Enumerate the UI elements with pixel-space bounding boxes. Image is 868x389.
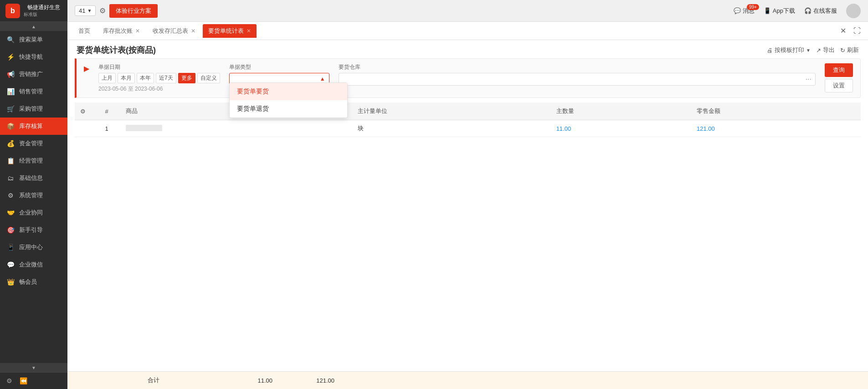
sidebar-scroll-up[interactable]: ▲ (0, 22, 67, 31)
filter-date-item: 单据日期 上月 本月 本年 近7天 更多 自定义 2023-05-06 至 20… (98, 63, 220, 93)
print-icon: 🖨 (767, 47, 773, 54)
print-label: 按模板打印 (775, 46, 804, 54)
col-quantity-header: 主数量 (551, 102, 691, 120)
dropdown-item-return[interactable]: 要货单退货 (230, 100, 347, 118)
operations-icon: 📋 (6, 157, 15, 165)
tab-batch-close-icon[interactable]: ✕ (135, 28, 140, 34)
sidebar-item-label: 新手引导 (19, 226, 43, 234)
app-download-btn[interactable]: 📱 App下载 (764, 7, 795, 15)
wechat-icon: 💬 (6, 261, 15, 269)
quick-nav-icon: ⚡ (6, 53, 15, 61)
filter-warehouse-field[interactable] (343, 76, 806, 83)
tabs-bar: 首页 库存批次账 ✕ 收发存汇总表 ✕ 要货单统计表 ✕ ✕ ⛶ (67, 22, 868, 40)
search-icon: 🔍 (6, 36, 15, 44)
row-product-cell (120, 120, 352, 137)
industry-btn[interactable]: 体验行业方案 (109, 4, 158, 18)
row-quantity-cell[interactable]: 11.00 (551, 120, 691, 137)
sidebar-item-app-center[interactable]: 📱 应用中心 (0, 239, 67, 256)
tabs-maximize-icon[interactable]: ⛶ (852, 26, 863, 36)
tab-order-stats-close-icon[interactable]: ✕ (247, 28, 251, 34)
purchase-icon: 🛒 (6, 105, 15, 113)
row-amount-cell[interactable]: 121.00 (691, 120, 861, 137)
page-actions: 🖨 按模板打印 ▼ ↗ 导出 ↻ 刷新 (767, 46, 859, 54)
sidebar-scroll-down[interactable]: ▼ (0, 363, 67, 372)
basic-info-icon: 🗂 (6, 174, 15, 182)
sidebar-item-inventory[interactable]: 📦 库存核算 (0, 118, 67, 135)
tab-home[interactable]: 首页 (73, 24, 96, 38)
sidebar-item-system[interactable]: ⚙ 系统管理 (0, 187, 67, 204)
message-icon: 💬 (734, 7, 741, 14)
sales-icon: 📊 (6, 87, 15, 96)
filter-warehouse-label: 要货仓库 (339, 63, 816, 71)
sidebar-item-label: 营销推广 (19, 70, 43, 78)
finance-icon: 💰 (6, 139, 15, 148)
filter-type-chevron-icon: ▲ (320, 76, 325, 82)
sidebar-item-marketing[interactable]: 📢 营销推广 (0, 66, 67, 83)
col-amount-header: 零售金额 (691, 102, 861, 120)
sidebar-item-purchase[interactable]: 🛒 采购管理 (0, 100, 67, 118)
export-btn[interactable]: ↗ 导出 (816, 46, 835, 54)
sidebar-item-quick-nav[interactable]: ⚡ 快捷导航 (0, 48, 67, 66)
app-name: 畅捷通好生意 (27, 4, 60, 11)
sidebar: b 畅捷通好生意 标准版 ▲ 🔍 搜索菜单 ⚡ 快捷导航 📢 营销推广 📊 销售… (0, 0, 67, 389)
sidebar-item-label: 企业协同 (19, 209, 43, 217)
row-settings-cell (75, 120, 93, 137)
settings-icon[interactable]: ⚙ (6, 377, 12, 384)
sidebar-item-operations[interactable]: 📋 经营管理 (0, 152, 67, 169)
sidebar-item-membership[interactable]: 👑 畅会员 (0, 273, 67, 291)
topbar-gear-icon[interactable]: ⚙ (99, 6, 106, 15)
collapse-icon[interactable]: ⏪ (20, 377, 27, 384)
sidebar-item-beginner[interactable]: 🎯 新手引导 (0, 221, 67, 239)
company-dropdown[interactable]: 41 ▼ (75, 5, 96, 16)
date-btn-more[interactable]: 更多 (178, 73, 195, 83)
page-title: 要货单统计表(按商品) (77, 45, 156, 56)
phone-icon: 📱 (764, 7, 771, 14)
footer-amount: 121.00 (280, 377, 334, 384)
sidebar-item-search[interactable]: 🔍 搜索菜单 (0, 31, 67, 48)
page-header: 要货单统计表(按商品) 🖨 按模板打印 ▼ ↗ 导出 ↻ 刷新 (67, 40, 868, 58)
tab-order-stats[interactable]: 要货单统计表 ✕ (203, 24, 257, 38)
sidebar-item-label: 系统管理 (19, 191, 43, 200)
col-unit-header: 主计量单位 (352, 102, 551, 120)
sidebar-item-label: 销售管理 (19, 87, 43, 96)
data-table: ⚙ # 商品 主计量单位 主数量 零售金额 1 (75, 102, 861, 137)
app-download-label: App下载 (773, 7, 795, 15)
tab-batch-label: 库存批次账 (103, 27, 133, 35)
customer-service-label: 在线客服 (813, 7, 837, 15)
filter-date-range: 2023-05-06 至 2023-06-06 (98, 85, 220, 93)
query-btn[interactable]: 查询 (825, 63, 853, 77)
date-btn-this-year[interactable]: 本年 (137, 73, 154, 83)
customer-service-btn[interactable]: 🎧 在线客服 (804, 7, 837, 15)
tab-receivables-close-icon[interactable]: ✕ (191, 28, 195, 34)
filter-type-field[interactable] (233, 75, 320, 82)
sidebar-nav: 🔍 搜索菜单 ⚡ 快捷导航 📢 营销推广 📊 销售管理 🛒 采购管理 📦 库存核… (0, 31, 67, 363)
sidebar-item-wechat[interactable]: 💬 企业微信 (0, 256, 67, 273)
col-settings-icon[interactable]: ⚙ (75, 102, 93, 120)
filter-type-label: 单据类型 (229, 63, 329, 71)
sidebar-bottom: ⚙ ⏪ (0, 372, 67, 389)
product-name-placeholder (126, 125, 162, 131)
filter-bar: ▶ 单据日期 上月 本月 本年 近7天 更多 自定义 2023-05-06 至 … (75, 58, 861, 98)
col-index-header: # (93, 102, 120, 120)
avatar[interactable] (846, 4, 861, 18)
date-btn-custom[interactable]: 自定义 (197, 73, 220, 83)
print-btn[interactable]: 🖨 按模板打印 ▼ (767, 46, 811, 54)
sidebar-item-enterprise[interactable]: 🤝 企业协同 (0, 204, 67, 221)
date-btn-recent7[interactable]: 近7天 (156, 73, 176, 83)
filter-warehouse-input[interactable]: ··· (339, 73, 816, 86)
refresh-btn[interactable]: ↻ 刷新 (840, 46, 859, 54)
sidebar-item-basic-info[interactable]: 🗂 基础信息 (0, 169, 67, 187)
dropdown-item-order[interactable]: 要货单要货 (230, 83, 347, 100)
tabs-close-all-icon[interactable]: ✕ (838, 26, 848, 36)
tab-receivables[interactable]: 收发存汇总表 ✕ (147, 24, 201, 38)
date-btn-up-month[interactable]: 上月 (98, 73, 116, 83)
messages-btn[interactable]: 💬 消息 99+ (734, 7, 755, 15)
sidebar-item-finance[interactable]: 💰 资金管理 (0, 135, 67, 152)
settings-btn[interactable]: 设置 (825, 79, 853, 92)
sidebar-item-sales[interactable]: 📊 销售管理 (0, 83, 67, 100)
filter-toggle-icon[interactable]: ▶ (84, 64, 89, 73)
filter-warehouse-dots-icon[interactable]: ··· (806, 75, 812, 83)
date-btn-this-month[interactable]: 本月 (118, 73, 135, 83)
tab-batch[interactable]: 库存批次账 ✕ (98, 24, 145, 38)
app-center-icon: 📱 (6, 243, 15, 251)
